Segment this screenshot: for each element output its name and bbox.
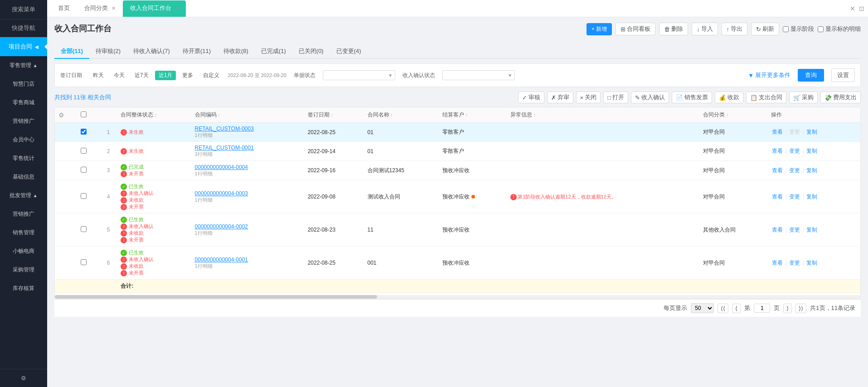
col-abnormal-header[interactable]: 异常信息 <box>507 107 699 123</box>
filter-tab-closed[interactable]: 已关闭(0) <box>292 44 330 59</box>
date-option-yesterday[interactable]: 昨天 <box>89 71 107 80</box>
sidebar-item-marketing2[interactable]: 营销推广 <box>0 205 47 223</box>
select-all-checkbox[interactable] <box>81 111 87 117</box>
op-change-3[interactable]: 变更 <box>789 194 800 200</box>
expand-btn[interactable]: ▼ 展开更多条件 <box>748 71 790 79</box>
date-option-month1[interactable]: 近1月 <box>155 71 176 80</box>
op-copy-3[interactable]: 复制 <box>806 194 817 200</box>
contract-code-link-0[interactable]: RETAIL_CUSTOM-0003 <box>195 126 254 132</box>
income-confirm-button[interactable]: ✎ 收入确认 <box>631 92 669 103</box>
abandon-button[interactable]: ✗ 弃审 <box>547 92 573 103</box>
op-change-0[interactable]: 变更 <box>789 129 800 135</box>
sidebar-item-member[interactable]: 会员中心 <box>0 131 47 149</box>
contract-code-link-3[interactable]: 0000000000004-0003 <box>195 190 248 197</box>
delete-button[interactable]: 🗑 删除 <box>659 23 688 35</box>
prev-page-btn[interactable]: ⟨ <box>732 304 741 313</box>
op-view-5[interactable]: 查看 <box>772 260 783 266</box>
show-segment-checkbox[interactable]: 显示阶段 <box>783 25 814 33</box>
row-checkbox-4[interactable] <box>81 226 87 232</box>
sidebar-settings[interactable]: ⚙ <box>0 369 47 387</box>
sidebar-nav[interactable]: 快捷导航 <box>0 19 47 37</box>
close-button[interactable]: × 关闭 <box>576 92 601 103</box>
op-change-2[interactable]: 变更 <box>789 167 800 174</box>
sidebar-item-project[interactable]: 项目合同 ◀ <box>0 37 47 56</box>
op-copy-4[interactable]: 复制 <box>806 227 817 233</box>
sidebar-item-retail-stat[interactable]: 零售统计 <box>0 149 47 168</box>
page-input[interactable] <box>754 304 770 313</box>
filter-tab-changed[interactable]: 已变更(4) <box>330 44 368 59</box>
sales-invoice-button[interactable]: 📄 销售发票 <box>672 92 712 103</box>
op-copy-2[interactable]: 复制 <box>806 167 817 174</box>
op-view-3[interactable]: 查看 <box>772 194 783 200</box>
sidebar-item-retail-mgr[interactable]: 零售管理 ▲ <box>0 56 47 75</box>
op-change-4[interactable]: 变更 <box>789 227 800 233</box>
row-checkbox-1[interactable] <box>81 148 87 154</box>
row-checkbox-2[interactable] <box>81 167 87 173</box>
open-button[interactable]: □ 打开 <box>603 92 628 103</box>
income-status-select[interactable] <box>442 70 515 80</box>
sidebar-item-marketing[interactable]: 营销推广 <box>0 112 47 131</box>
payment-button[interactable]: 💰 收款 <box>715 92 743 103</box>
export-button[interactable]: ↑ 导出 <box>722 23 748 35</box>
setting-button[interactable]: 设置 <box>831 68 855 82</box>
contract-code-link-5[interactable]: 0000000000004-0001 <box>195 256 248 263</box>
op-view-1[interactable]: 查看 <box>772 148 783 154</box>
col-category-header[interactable]: 合同分类 <box>699 107 767 123</box>
purchase-button[interactable]: 🛒 采购 <box>789 92 818 103</box>
sidebar-item-inventory[interactable]: 库存核算 <box>0 279 47 298</box>
tab-close-income-workbench[interactable]: ✕ <box>175 5 179 11</box>
op-view-4[interactable]: 查看 <box>772 227 783 233</box>
filter-tab-pending-confirm[interactable]: 待收入确认(7) <box>127 44 176 59</box>
tab-close-contract-cat[interactable]: ✕ <box>112 5 116 11</box>
contract-code-link-4[interactable]: 0000000000004-0002 <box>195 223 248 230</box>
row-checkbox-0[interactable] <box>81 129 87 135</box>
col-code-header[interactable]: 合同编码 <box>191 107 304 123</box>
filter-tab-pending-payment[interactable]: 待收款(8) <box>217 44 255 59</box>
expense-button[interactable]: 💸 费用支出 <box>820 92 861 103</box>
horizontal-scrollbar[interactable] <box>55 295 860 299</box>
sidebar-item-retail-mall[interactable]: 零售商城 <box>0 93 47 112</box>
kanban-button[interactable]: ⊞ 合同看板 <box>616 23 655 35</box>
sidebar-item-sales-mgr[interactable]: 销售管理 <box>0 223 47 242</box>
row-checkbox-3[interactable] <box>81 193 87 199</box>
window-close-btn[interactable]: ✕ <box>850 5 855 12</box>
add-button[interactable]: + 新增 <box>587 23 612 35</box>
date-option-more[interactable]: 更多 <box>179 71 197 80</box>
date-option-week7[interactable]: 近7天 <box>131 71 152 80</box>
filter-tab-pending-review[interactable]: 待审核(2) <box>89 44 127 59</box>
scrollbar-thumb[interactable] <box>55 295 377 299</box>
sidebar-item-batch-mgr[interactable]: 批发管理 ▲ <box>0 186 47 205</box>
sidebar-item-smart-store[interactable]: 智慧门店 <box>0 75 47 93</box>
contract-code-link-2[interactable]: 0000000000004-0004 <box>195 164 248 170</box>
op-copy-5[interactable]: 复制 <box>806 260 817 266</box>
sidebar-search[interactable]: 搜索菜单 <box>0 0 47 19</box>
col-settings-header[interactable]: ⚙ <box>55 107 77 123</box>
sidebar-item-basic-info[interactable]: 基础信息 <box>0 168 47 186</box>
first-page-btn[interactable]: ⟨⟨ <box>718 304 728 313</box>
col-name-header[interactable]: 合同名称 <box>364 107 439 123</box>
contract-code-link-1[interactable]: RETAIL_CUSTOM-0001 <box>195 145 254 151</box>
next-page-btn[interactable]: ⟩ <box>783 304 792 313</box>
filter-tab-pending-invoice[interactable]: 待开票(11) <box>176 44 217 59</box>
refresh-button[interactable]: ↻ 刷新 <box>751 23 779 35</box>
op-change-5[interactable]: 变更 <box>789 260 800 266</box>
op-view-0[interactable]: 查看 <box>772 129 783 135</box>
query-button[interactable]: 查询 <box>798 69 824 82</box>
op-copy-1[interactable]: 复制 <box>806 148 817 154</box>
page-size-select[interactable]: 50 100 200 <box>691 303 714 313</box>
tab-contract-cat[interactable]: 合同分类 ✕ <box>77 0 123 17</box>
tab-income-workbench[interactable]: 收入合同工作台 ✕ <box>123 0 186 17</box>
col-status-header[interactable]: 合同整体状态 <box>117 107 191 123</box>
op-change-1[interactable]: 变更 <box>789 148 800 154</box>
op-copy-0[interactable]: 复制 <box>806 129 817 135</box>
col-checkbox-header[interactable] <box>77 107 99 123</box>
filter-tab-completed[interactable]: 已完成(1) <box>255 44 292 59</box>
window-maximize-btn[interactable]: ⊡ <box>859 5 864 12</box>
col-customer-header[interactable]: 结算客户 <box>439 107 507 123</box>
show-detail-checkbox[interactable]: 显示标的明细 <box>818 25 861 33</box>
settings-icon[interactable]: ⚙ <box>58 111 64 119</box>
row-checkbox-5[interactable] <box>81 259 87 265</box>
expense-out-button[interactable]: 📋 支出合同 <box>746 92 786 103</box>
tab-home[interactable]: 首页 <box>51 0 77 17</box>
date-option-today[interactable]: 今天 <box>110 71 128 80</box>
